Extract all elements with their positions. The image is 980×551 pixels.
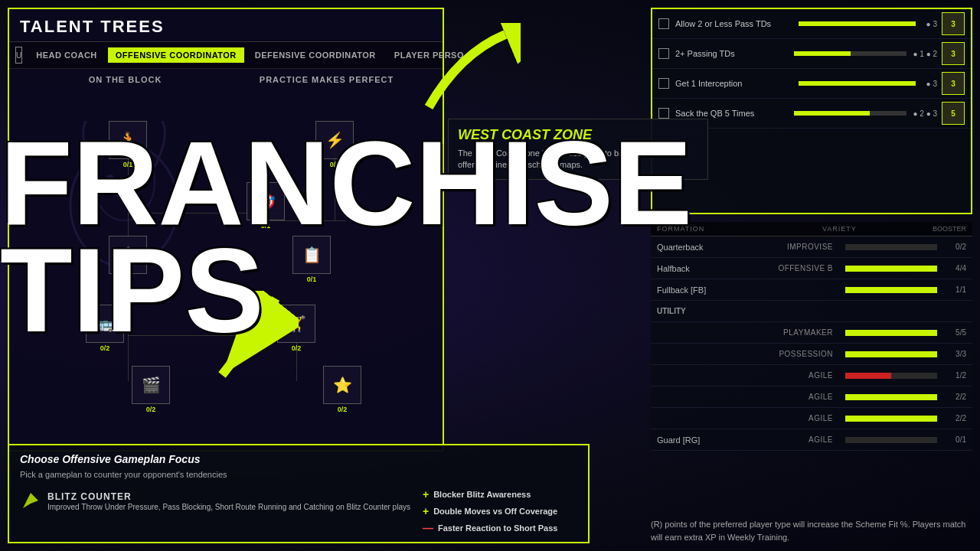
obj-row-2: Get 1 Interception ● 3 3 bbox=[652, 69, 971, 99]
player-ratio-1: 4/4 bbox=[943, 264, 966, 272]
obj-progress-2: ● 3 bbox=[922, 80, 937, 88]
obj-reward-1: 3 bbox=[942, 42, 965, 65]
node-icon-7: 🛡️ bbox=[119, 246, 138, 264]
obj-bar-1 bbox=[794, 51, 906, 56]
player-ratio-4: 5/5 bbox=[943, 328, 966, 337]
player-bar-fill-1 bbox=[845, 266, 937, 272]
player-bar-fill-7 bbox=[845, 394, 937, 400]
panel-title: TALENT TREES bbox=[20, 17, 165, 36]
obj-text-3: Sack the QB 5 Times bbox=[675, 109, 788, 118]
right-description: (R) points of the preferred player type … bbox=[651, 518, 972, 543]
obj-row-1: 2+ Passing TDs ● 1 ● 2 3 bbox=[652, 39, 971, 69]
player-bar-4 bbox=[845, 330, 937, 336]
svg-point-4 bbox=[106, 174, 114, 182]
player-ratio-7: 2/2 bbox=[943, 393, 966, 401]
bottom-bar: Choose Offensive Gameplan Focus Pick a g… bbox=[8, 444, 590, 543]
bonus-row-1: + Double Moves vs Off Coverage bbox=[423, 505, 558, 517]
panel-header: TALENT TREES bbox=[9, 9, 443, 42]
obj-bar-fill-1 bbox=[794, 51, 851, 56]
wcz-title: WEST COAST ZONE bbox=[458, 127, 698, 143]
obj-reward-3: 5 bbox=[942, 102, 965, 125]
node-counter-3: 0/1 bbox=[261, 222, 271, 230]
player-ratio-9: 0/1 bbox=[943, 435, 966, 444]
bonus-row-0: + Blocker Blitz Awareness bbox=[423, 488, 558, 500]
obj-row-0: Allow 2 or Less Pass TDs ● 3 3 bbox=[652, 9, 971, 39]
obj-bar-fill-0 bbox=[799, 21, 916, 26]
player-ratio-6: 1/2 bbox=[943, 371, 966, 380]
node-icon-4: 📋 bbox=[302, 246, 322, 264]
player-row-10: Tackle [RT] AGILE 2/2 bbox=[651, 451, 972, 452]
player-bar-fill-8 bbox=[845, 416, 937, 422]
player-bar-5 bbox=[845, 351, 937, 357]
obj-checkbox-3[interactable] bbox=[658, 108, 669, 119]
talent-node-2[interactable]: ⚡ 0/1 bbox=[315, 121, 354, 168]
obj-checkbox-2[interactable] bbox=[658, 78, 669, 89]
obj-bar-3 bbox=[794, 111, 906, 116]
tab-offensive-coordinator[interactable]: OFFENSIVE COORDINATOR bbox=[108, 47, 244, 63]
bonus-text-0: Blocker Blitz Awareness bbox=[433, 490, 531, 499]
node-counter-8: 0/2 bbox=[146, 406, 156, 413]
player-bar-fill-5 bbox=[845, 351, 937, 357]
talent-node-7[interactable]: 🛡️ 0/1 bbox=[109, 236, 147, 283]
obj-checkbox-1[interactable] bbox=[658, 48, 669, 59]
node-icon-9: ⭐ bbox=[333, 376, 352, 394]
bonus-row-2: — Faster Reaction to Short Pass bbox=[423, 522, 558, 534]
tab-head-coach[interactable]: HEAD COACH bbox=[28, 47, 105, 63]
player-row-1: Halfback OFFENSIVE B 4/4 bbox=[651, 258, 972, 279]
node-counter-5: 0/2 bbox=[100, 344, 110, 352]
bonus-icon-2: — bbox=[423, 522, 433, 534]
connector-v5 bbox=[128, 328, 129, 381]
talent-node-3[interactable]: 🎯 0/1 bbox=[247, 182, 285, 230]
bonus-text-2: Faster Reaction to Short Pass bbox=[438, 523, 558, 533]
node-counter-2: 0/1 bbox=[330, 161, 340, 168]
section-headers: ON THE BLOCK PRACTICE MAKES PERFECT bbox=[9, 69, 443, 90]
wcz-tooltip: WEST COAST ZONE The West Coast Zone Run … bbox=[448, 119, 708, 180]
obj-reward-0: 3 bbox=[942, 12, 965, 35]
bonus-icon-0: + bbox=[423, 488, 429, 500]
blitz-counter-icon bbox=[20, 490, 41, 511]
talent-node-4[interactable]: 📋 0/1 bbox=[292, 236, 331, 283]
bonuses-list: + Blocker Blitz Awareness + Double Moves… bbox=[423, 488, 558, 534]
section-on-the-block: ON THE BLOCK bbox=[24, 75, 226, 84]
obj-text-2: Get 1 Interception bbox=[675, 79, 792, 88]
talent-node-8[interactable]: 🎬 0/2 bbox=[132, 366, 170, 413]
talent-node-5[interactable]: 🚌 0/2 bbox=[86, 305, 124, 352]
section-label: BLITZ COUNTER bbox=[47, 491, 410, 502]
player-col-booster: BOOSTER bbox=[920, 225, 966, 233]
wcz-desc: The West Coast Zone Run is designed to b… bbox=[458, 148, 698, 171]
player-row-0: Quarterback IMPROVISE 0/2 bbox=[651, 236, 972, 258]
obj-bar-2 bbox=[799, 81, 916, 86]
player-row-7: AGILE 2/2 bbox=[651, 386, 972, 408]
player-ratio-5: 3/3 bbox=[943, 350, 966, 358]
player-row-9: Guard [RG] AGILE 0/1 bbox=[651, 429, 972, 451]
arrow-down-left-icon bbox=[207, 291, 299, 390]
obj-bar-fill-3 bbox=[794, 111, 870, 116]
player-row-5: POSSESSION 3/3 bbox=[651, 344, 972, 365]
talent-node-9[interactable]: ⭐ 0/2 bbox=[323, 366, 361, 413]
player-name-2: Fullback [FB] bbox=[657, 285, 833, 295]
player-label-8: AGILE bbox=[808, 414, 833, 422]
obj-text-0: Allow 2 or Less Pass TDs bbox=[675, 19, 792, 28]
obj-progress-1: ● 1 ● 2 bbox=[913, 50, 937, 58]
player-row-6: AGILE 1/2 bbox=[651, 365, 972, 386]
player-label-0: IMPROVISE bbox=[787, 243, 833, 251]
node-counter-4: 0/1 bbox=[307, 276, 317, 283]
player-col-name: FORMATION bbox=[657, 225, 816, 233]
node-counter-9: 0/2 bbox=[338, 406, 348, 413]
obj-checkbox-0[interactable] bbox=[658, 18, 669, 29]
player-bar-7 bbox=[845, 394, 937, 400]
talent-node-1[interactable]: 🏃 0/1 bbox=[109, 121, 147, 168]
player-bar-9 bbox=[845, 437, 937, 443]
obj-text-1: 2+ Passing TDs bbox=[675, 49, 788, 58]
player-bar-2 bbox=[845, 287, 937, 293]
player-bar-fill-6 bbox=[845, 373, 891, 379]
arrow-up-right-icon bbox=[413, 23, 521, 115]
player-row-2: Fullback [FB] 1/1 bbox=[651, 279, 972, 301]
player-label-4: PLAYMAKER bbox=[783, 328, 833, 337]
player-name-1: Halfback bbox=[657, 264, 778, 273]
player-bar-fill-2 bbox=[845, 287, 937, 293]
player-label-1: OFFENSIVE B bbox=[778, 264, 833, 272]
bonus-text-1: Double Moves vs Off Coverage bbox=[433, 507, 557, 516]
node-icon-8: 🎬 bbox=[142, 376, 161, 394]
tab-defensive-coordinator[interactable]: DEFENSIVE COORDINATOR bbox=[247, 47, 384, 63]
